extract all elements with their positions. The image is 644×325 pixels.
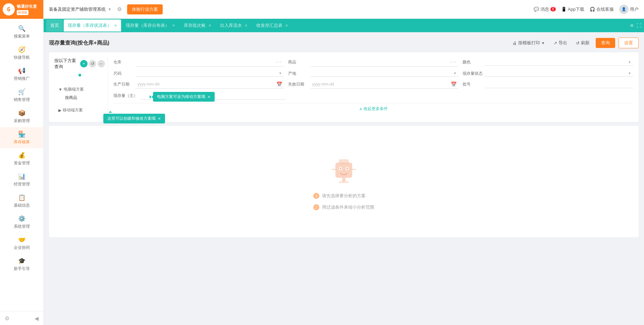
sidebar-item-inventory[interactable]: 🏪 库存核算 <box>0 127 43 148</box>
inventory-qty-max-input[interactable] <box>216 92 285 100</box>
user-item[interactable]: 👤 用户 <box>619 5 639 14</box>
collapse-label: 收起更多条件 <box>364 106 388 112</box>
sidebar-item-label: 新手引导 <box>14 266 30 272</box>
scheme-item-by-product[interactable]: 按商品 <box>58 94 101 102</box>
sidebar-item-enterprise[interactable]: 🤝 企业协同 <box>0 233 43 254</box>
tab-fullscreen-icon[interactable]: ⛶ <box>637 23 641 28</box>
logo-text-block: 畅通好生意 标准版 <box>17 4 37 15</box>
topbar-settings-icon[interactable]: ⚙ <box>116 5 123 14</box>
refresh-scheme-btn[interactable]: ↺ <box>89 60 96 67</box>
refresh-btn[interactable]: ↺ 刷新 <box>573 39 592 47</box>
add-scheme-btn[interactable]: + <box>80 60 88 67</box>
topbar: 装备及固定资产辅助管理系统 ▼ ⚙ 体验行业方案 💬 消息 6 📱 App下载 … <box>44 0 644 19</box>
sidebar-item-label: 库存核算 <box>14 139 30 145</box>
page-actions: 🖨 按模板打印 ▼ ↗ 导出 ↺ 刷新 查询 设置 <box>510 38 639 48</box>
sidebar-item-search[interactable]: 🔍 搜索菜单 <box>0 21 43 43</box>
logo-icon: 6 <box>3 3 15 15</box>
tab-inout[interactable]: 出入库流水 ✕ <box>216 19 252 32</box>
inventory-status-select[interactable]: ▼ <box>485 70 633 77</box>
batch-label: 批号 <box>463 82 483 87</box>
tab-close-icon[interactable]: ✕ <box>208 23 211 28</box>
empty-tip-2: 2 用过滤条件来缩小分析范围 <box>313 204 374 210</box>
sidebar-item-finance[interactable]: 💰 资金管理 <box>0 148 43 169</box>
operations-icon: 📊 <box>18 173 25 180</box>
app-download-label: App下载 <box>568 6 584 12</box>
print-dropdown-icon: ▼ <box>541 41 545 45</box>
tab-close-all-icon[interactable]: ✕ <box>630 23 634 28</box>
svg-rect-0 <box>335 163 352 178</box>
warehouse-select[interactable]: ··· <box>136 58 284 67</box>
filter-field-origin: 产地 ▼ <box>288 70 459 77</box>
query-btn[interactable]: 查询 <box>596 38 615 48</box>
page-title: 现存量查询(按仓库+商品) <box>49 40 109 47</box>
tooltip-text: 电脑方案可设为移动方案哦 <box>157 94 205 100</box>
color-select[interactable]: ▼ <box>485 59 633 66</box>
online-service-item[interactable]: 🎧 在线客服 <box>590 6 614 12</box>
tab-home[interactable]: 首页 <box>46 19 63 32</box>
sidebar-item-sales[interactable]: 🛒 销售管理 <box>0 85 43 106</box>
tab-collect[interactable]: 收发存汇总表 ✕ <box>252 19 292 32</box>
filter-row-1: 仓库 ··· 商品 ··· <box>113 58 633 67</box>
solution-btn[interactable]: 体验行业方案 <box>127 4 163 14</box>
sidebar-item-basic[interactable]: 📋 基础信息 <box>0 191 43 212</box>
produce-date-input[interactable]: yyyy-mm-dd 📅 <box>136 80 284 89</box>
dot-indicator-area <box>54 74 105 76</box>
size-arrow-icon: ▼ <box>279 71 282 75</box>
collapse-sidebar-icon[interactable]: ◀ <box>35 315 39 322</box>
product-ellipsis[interactable]: ··· <box>450 59 457 65</box>
tab-inventory-status[interactable]: 现存量（库存状况表） ✕ <box>64 19 121 32</box>
expire-date-input[interactable]: yyyy-mm-dd 📅 <box>310 80 459 89</box>
tip-num-2: 2 <box>313 204 319 210</box>
svg-point-4 <box>340 168 341 169</box>
empty-state: 1 请先选择要分析的方案 2 用过滤条件来缩小分析范围 <box>49 126 639 237</box>
collapse-icon: ∧ <box>359 107 362 111</box>
filter-field-inventory-status: 现存量状态 ▼ <box>463 70 633 77</box>
origin-select[interactable]: ▼ <box>310 70 459 77</box>
tab-close-icon[interactable]: ✕ <box>285 23 288 28</box>
product-select[interactable]: ··· <box>310 58 459 67</box>
sidebar-item-purchase[interactable]: 📦 采购管理 <box>0 106 43 127</box>
tooltip-edit-close-icon[interactable]: ✕ <box>158 116 161 121</box>
size-select[interactable]: ▼ <box>136 70 284 77</box>
filter-panel: 按以下方案查询 + ↺ ← ▼ <box>49 52 639 122</box>
scheme-group-pc-title[interactable]: ▼ 电脑端方案 <box>58 85 101 94</box>
sidebar-item-label: 搜索菜单 <box>14 34 30 39</box>
tooltip-edit-text: 这里可以创建和修改方案哦 <box>107 116 156 121</box>
settings-btn[interactable]: 设置 <box>619 38 639 48</box>
filter-header: 按以下方案查询 + ↺ ← <box>54 58 105 70</box>
sidebar-item-newbie[interactable]: 🎓 新手引导 <box>0 254 43 275</box>
filter-field-expire-date: 失效日期 yyyy-mm-dd 📅 <box>288 80 459 89</box>
tab-close-icon[interactable]: ✕ <box>172 23 175 28</box>
tab-label: 库存批次账 <box>184 22 206 29</box>
settings-bottom-icon[interactable]: ⚙ <box>5 315 9 322</box>
sidebar-item-operations[interactable]: 📊 经营管理 <box>0 169 43 191</box>
back-btn[interactable]: ← <box>98 60 105 67</box>
produce-date-calendar-icon[interactable]: 📅 <box>276 82 282 87</box>
expire-date-calendar-icon[interactable]: 📅 <box>451 82 457 87</box>
message-item[interactable]: 💬 消息 6 <box>534 6 556 12</box>
tooltip-close-icon[interactable]: ✕ <box>207 95 211 99</box>
size-label: 尺码 <box>113 71 133 76</box>
logo-area: 6 畅通好生意 标准版 <box>0 0 43 19</box>
sidebar-item-system[interactable]: ⚙️ 系统管理 <box>0 212 43 233</box>
collapse-btn[interactable]: ∧ 收起更多条件 <box>113 103 633 112</box>
logo-title: 畅通好生意 <box>17 4 37 9</box>
tooltip-arrow <box>150 95 153 99</box>
tip-text-1: 请先选择要分析的方案 <box>322 193 366 199</box>
system-name: 装备及固定资产辅助管理系统 <box>49 6 106 12</box>
batch-input[interactable] <box>485 80 633 88</box>
avatar: 👤 <box>619 5 629 14</box>
app-download-item[interactable]: 📱 App下载 <box>561 6 584 12</box>
sidebar-item-marketing[interactable]: 📢 营销推广 <box>0 64 43 85</box>
sidebar-item-guide[interactable]: 🧭 快捷导航 <box>0 43 43 64</box>
svg-rect-1 <box>339 159 349 164</box>
scheme-group-mobile-title[interactable]: ▶ 移动端方案 <box>58 106 101 114</box>
export-btn[interactable]: ↗ 导出 <box>551 39 570 47</box>
tab-close-icon[interactable]: ✕ <box>114 23 117 28</box>
print-btn[interactable]: 🖨 按模板打印 ▼ <box>510 39 547 47</box>
tab-inventory-dist[interactable]: 现存量（库存分布表） ✕ <box>122 19 179 32</box>
tab-close-icon[interactable]: ✕ <box>245 23 248 28</box>
warehouse-ellipsis[interactable]: ··· <box>275 59 282 65</box>
system-selector[interactable]: 装备及固定资产辅助管理系统 ▼ <box>49 6 112 12</box>
tab-batch[interactable]: 库存批次账 ✕ <box>180 19 215 32</box>
